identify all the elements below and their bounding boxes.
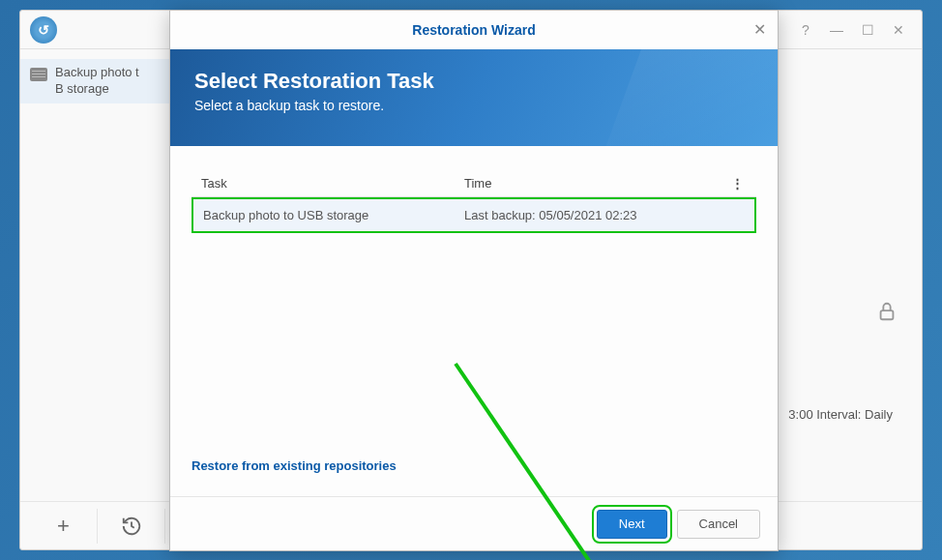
maximize-button[interactable]: ☐ bbox=[854, 16, 881, 44]
modal-title: Restoration Wizard bbox=[412, 22, 535, 38]
modal-close-button[interactable]: ✕ bbox=[753, 20, 766, 39]
app-icon bbox=[30, 16, 57, 44]
col-header-task[interactable]: Task bbox=[201, 176, 464, 191]
restoration-wizard-dialog: Restoration Wizard ✕ Select Restoration … bbox=[169, 10, 779, 551]
sidebar-item-task[interactable]: Backup photo tB storage bbox=[20, 59, 189, 103]
history-button[interactable] bbox=[98, 509, 165, 544]
help-button[interactable]: ? bbox=[792, 16, 819, 44]
modal-titlebar: Restoration Wizard ✕ bbox=[170, 11, 778, 49]
sidebar: Backup photo tB storage bbox=[20, 49, 190, 501]
col-header-time[interactable]: Time bbox=[464, 176, 727, 191]
add-button[interactable]: + bbox=[30, 509, 98, 544]
sidebar-item-label: Backup photo tB storage bbox=[55, 65, 139, 98]
cancel-button[interactable]: Cancel bbox=[677, 510, 760, 539]
minimize-button[interactable]: — bbox=[823, 16, 850, 44]
restore-repositories-link[interactable]: Restore from existing repositories bbox=[191, 453, 756, 486]
close-button[interactable]: ✕ bbox=[885, 16, 912, 44]
time-cell: Last backup: 05/05/2021 02:23 bbox=[464, 208, 725, 222]
task-cell: Backup photo to USB storage bbox=[203, 208, 464, 222]
table-header: Task Time ⋮ bbox=[191, 170, 756, 197]
svg-rect-0 bbox=[881, 310, 894, 319]
table-menu-button[interactable]: ⋮ bbox=[727, 176, 747, 191]
modal-banner: Select Restoration Task Select a backup … bbox=[170, 49, 778, 146]
next-button[interactable]: Next bbox=[597, 510, 667, 539]
modal-footer: Next Cancel bbox=[170, 496, 778, 550]
lock-icon[interactable] bbox=[876, 301, 898, 327]
banner-subtext: Select a backup task to restore. bbox=[194, 98, 753, 113]
modal-content: Task Time ⋮ Backup photo to USB storage … bbox=[170, 146, 778, 496]
banner-heading: Select Restoration Task bbox=[194, 69, 753, 94]
task-row[interactable]: Backup photo to USB storage Last backup:… bbox=[191, 197, 756, 233]
storage-icon bbox=[30, 68, 47, 81]
schedule-text: 3:00 Interval: Daily bbox=[788, 407, 893, 422]
